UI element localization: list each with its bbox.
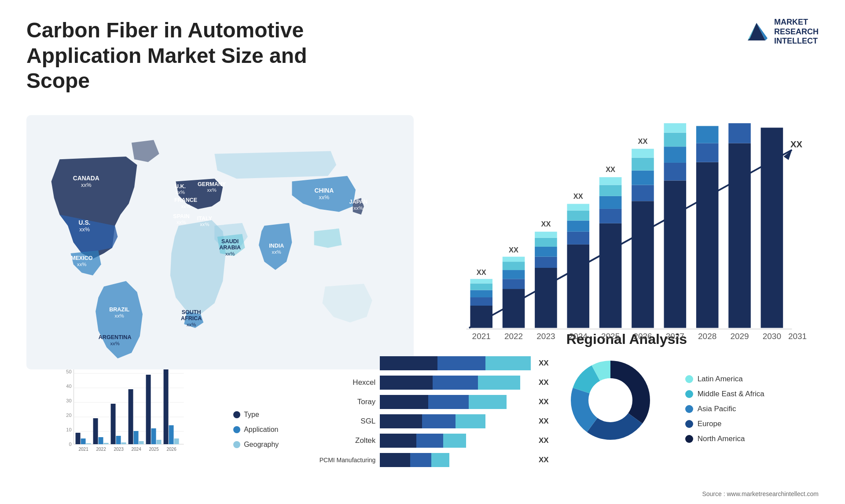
svg-rect-61 — [664, 163, 687, 180]
svg-rect-69 — [728, 123, 751, 143]
svg-rect-107 — [121, 442, 126, 444]
world-map-svg: CANADA xx% U.S. xx% MEXICO xx% BRAZIL xx… — [26, 107, 414, 378]
svg-rect-105 — [111, 404, 116, 444]
svg-rect-106 — [116, 436, 121, 444]
svg-text:30: 30 — [66, 398, 71, 403]
svg-text:xx%: xx% — [110, 340, 119, 346]
svg-rect-114 — [151, 428, 156, 444]
us-label: U.S. — [79, 219, 91, 226]
svg-text:2021: 2021 — [472, 332, 491, 341]
regional-legend: Latin America Middle East & Africa Asia … — [685, 375, 764, 443]
player-xx-hexcel: XX — [539, 378, 549, 387]
svg-rect-66 — [696, 143, 719, 162]
svg-text:xx%: xx% — [176, 219, 186, 225]
map-section: CANADA xx% U.S. xx% MEXICO xx% BRAZIL xx… — [26, 107, 414, 378]
svg-text:xx%: xx% — [176, 190, 185, 195]
svg-rect-64 — [664, 123, 687, 133]
svg-text:XX: XX — [573, 192, 583, 200]
player-xx-sgl: XX — [539, 417, 549, 426]
legend-geography-dot — [233, 441, 240, 448]
svg-text:xx%: xx% — [272, 249, 281, 255]
svg-rect-54 — [632, 201, 654, 328]
legend-application-dot — [233, 426, 240, 433]
svg-rect-55 — [632, 185, 654, 201]
svg-rect-27 — [470, 283, 492, 290]
svg-text:xx%: xx% — [200, 222, 209, 227]
svg-rect-45 — [567, 211, 589, 221]
svg-rect-117 — [164, 369, 169, 444]
player-name-zoltek: Zoltek — [296, 436, 375, 445]
svg-rect-67 — [696, 126, 719, 143]
svg-rect-99 — [86, 443, 91, 444]
spain-label: SPAIN — [173, 213, 189, 219]
italy-label: ITALY — [197, 215, 213, 221]
svg-text:xx%: xx% — [354, 205, 363, 210]
svg-text:2023: 2023 — [536, 332, 555, 341]
legend-middle-east-dot — [685, 390, 693, 398]
player-row-sgl: SGL XX — [296, 414, 548, 428]
svg-rect-70 — [761, 128, 783, 328]
svg-rect-98 — [81, 438, 86, 444]
page-title: Carbon Fiber in Automotive Application M… — [26, 18, 334, 94]
player-name-toray: Toray — [296, 398, 375, 406]
legend-middle-east-label: Middle East & Africa — [698, 390, 764, 398]
player-xx-pcmi: XX — [539, 456, 549, 464]
svg-text:2030: 2030 — [763, 332, 781, 341]
player-bar-toray — [380, 395, 531, 409]
svg-rect-38 — [535, 247, 557, 257]
svg-rect-36 — [535, 268, 557, 328]
france-label: FRANCE — [174, 197, 197, 203]
legend-north-america: North America — [685, 435, 764, 443]
svg-text:XX: XX — [638, 137, 648, 145]
svg-rect-102 — [99, 437, 103, 444]
legend-application-label: Application — [244, 426, 278, 434]
logo-area: MARKET RESEARCH INTELLECT — [743, 18, 819, 46]
player-bar-sgl — [380, 414, 531, 428]
legend-asia-pacific-dot — [685, 405, 693, 413]
legend-geography-label: Geography — [244, 441, 279, 449]
svg-rect-28 — [470, 279, 492, 283]
logo-box: MARKET RESEARCH INTELLECT — [743, 18, 819, 46]
player-row-zoltek: Zoltek XX — [296, 434, 548, 448]
argentina-label: ARGENTINA — [99, 334, 132, 340]
svg-rect-97 — [76, 433, 81, 444]
svg-rect-56 — [632, 170, 654, 185]
svg-text:XX: XX — [509, 245, 518, 253]
growth-chart-svg: XX XX XX — [436, 116, 814, 373]
svg-rect-119 — [174, 438, 179, 444]
legend-north-america-label: North America — [698, 435, 745, 443]
svg-text:AFRICA: AFRICA — [181, 315, 202, 321]
svg-rect-44 — [567, 220, 589, 231]
svg-rect-37 — [535, 256, 557, 267]
svg-rect-31 — [503, 279, 525, 289]
svg-rect-63 — [664, 132, 687, 146]
svg-rect-43 — [567, 232, 589, 245]
legend-type: Type — [233, 411, 279, 419]
legend-geography: Geography — [233, 441, 279, 449]
player-bar-pcmi — [380, 453, 531, 467]
svg-rect-49 — [599, 209, 622, 223]
svg-rect-111 — [139, 441, 144, 444]
page-container: Carbon Fiber in Automotive Application M… — [0, 0, 845, 504]
svg-rect-118 — [169, 425, 174, 444]
player-row-toray: Toray XX — [296, 395, 548, 409]
svg-rect-51 — [599, 185, 622, 196]
svg-text:2022: 2022 — [96, 447, 106, 452]
svg-text:xx%: xx% — [225, 251, 235, 256]
legend-north-america-dot — [685, 435, 693, 443]
svg-text:ARABIA: ARABIA — [219, 245, 241, 251]
svg-rect-52 — [599, 177, 622, 185]
logo-icon — [743, 18, 770, 45]
svg-text:xx%: xx% — [181, 204, 190, 209]
svg-text:2024: 2024 — [131, 447, 141, 452]
legend-type-dot — [233, 411, 240, 418]
player-row-pcmi: PCMI Manufacturing XX — [296, 453, 548, 467]
segmentation-legend: Type Application Geography — [233, 411, 279, 449]
svg-rect-109 — [129, 389, 133, 444]
legend-europe-label: Europe — [698, 420, 722, 428]
svg-rect-62 — [664, 146, 687, 163]
svg-rect-50 — [599, 196, 622, 209]
source-text: Source : www.marketresearchintellect.com — [702, 490, 819, 497]
svg-rect-32 — [503, 270, 525, 279]
svg-text:2026: 2026 — [633, 332, 652, 341]
